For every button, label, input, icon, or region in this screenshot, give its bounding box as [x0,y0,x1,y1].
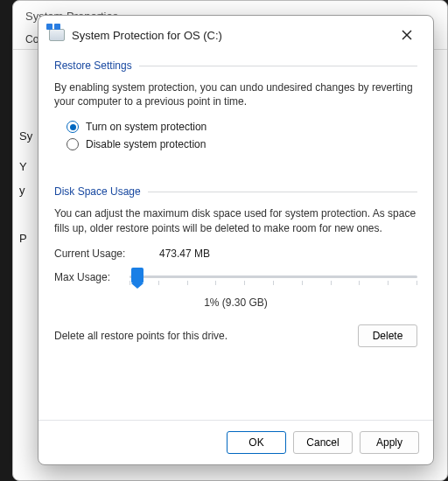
delete-text: Delete all restore points for this drive… [54,330,349,342]
system-protection-dialog: System Protection for OS (C:) Restore Se… [38,15,434,465]
drive-icon [49,29,65,41]
restore-settings-heading: Restore Settings [54,59,417,72]
disk-usage-description: You can adjust the maximum disk space us… [54,206,417,234]
dialog-body: Restore Settings By enabling system prot… [38,52,433,420]
radio-icon [66,121,79,133]
ok-button[interactable]: OK [227,431,286,454]
delete-row: Delete all restore points for this drive… [54,324,417,347]
dialog-footer: OK Cancel Apply [38,420,433,464]
current-usage-value: 473.47 MB [159,247,210,260]
radio-turn-on[interactable]: Turn on system protection [66,121,417,133]
current-usage-row: Current Usage: 473.47 MB [54,247,417,260]
radio-icon [66,138,79,150]
dialog-title: System Protection for OS (C:) [72,29,391,42]
slider-track [130,275,417,278]
radio-label-off: Disable system protection [86,138,206,150]
delete-button[interactable]: Delete [358,324,417,347]
cancel-button[interactable]: Cancel [293,431,353,454]
background-left-fragments: Sy Y y P [19,79,32,411]
dialog-titlebar: System Protection for OS (C:) [38,16,433,52]
current-usage-label: Current Usage: [54,247,159,260]
close-icon [402,30,412,40]
restore-description: By enabling system protection, you can u… [54,80,417,108]
disk-usage-heading: Disk Space Usage [54,185,417,198]
max-usage-label: Max Usage: [54,271,130,283]
close-button[interactable] [391,23,423,47]
max-usage-slider[interactable] [130,265,417,289]
slider-ticks [130,281,417,285]
max-usage-percent: 1% (9.30 GB) [54,296,417,309]
max-usage-row: Max Usage: [54,265,417,289]
restore-radio-group: Turn on system protection Disable system… [66,121,417,150]
radio-label-on: Turn on system protection [86,121,206,133]
apply-button[interactable]: Apply [360,431,419,454]
radio-disable[interactable]: Disable system protection [66,138,417,150]
